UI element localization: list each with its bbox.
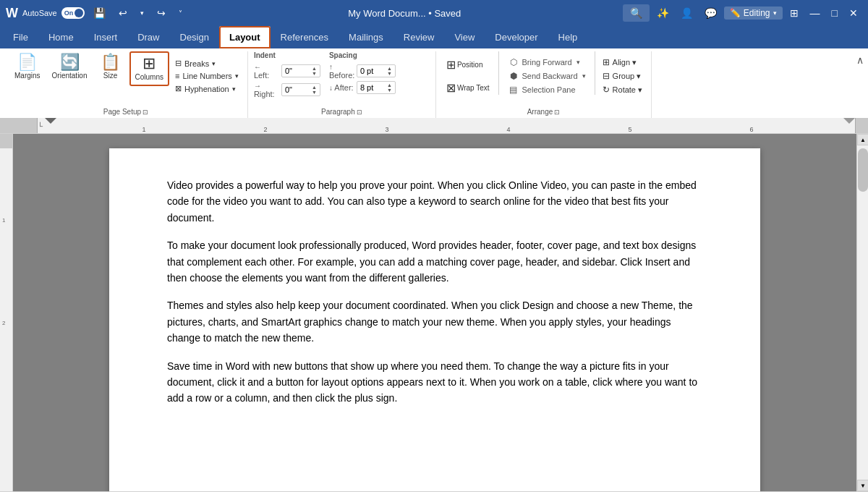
- document-title: My Word Docum... • Saved: [191, 8, 618, 19]
- group-button[interactable]: ⊟ Group ▾: [600, 69, 645, 82]
- ribbon-spacer: [652, 51, 856, 118]
- breaks-button[interactable]: ⊟ Breaks ▾: [172, 57, 242, 69]
- document-area[interactable]: Video provides a powerful way to help yo…: [13, 134, 856, 491]
- indent-marker-top[interactable]: [45, 118, 56, 124]
- collapse-ribbon-button[interactable]: ∧: [856, 54, 864, 66]
- scroll-thumb[interactable]: [858, 148, 868, 192]
- tab-mailings[interactable]: Mailings: [339, 26, 393, 48]
- tab-design[interactable]: Design: [170, 26, 219, 48]
- ruler-mark-2: 2: [263, 126, 267, 133]
- tab-draw[interactable]: Draw: [127, 26, 169, 48]
- send-backward-label: Send Backward: [522, 72, 578, 80]
- indent-left-input[interactable]: ▲ ▼: [281, 64, 320, 77]
- indent-marker-right[interactable]: [843, 118, 855, 124]
- comments-button[interactable]: 💬: [700, 4, 721, 22]
- spacing-before-down[interactable]: ▼: [386, 71, 393, 76]
- v-ruler-top: [0, 134, 12, 148]
- spacing-after-input[interactable]: ▲ ▼: [357, 81, 396, 94]
- ruler-mark-1: 1: [142, 126, 145, 133]
- spacing-before-up[interactable]: ▲: [386, 66, 393, 71]
- columns-button[interactable]: ⊞ Columns: [129, 51, 169, 86]
- tab-insert[interactable]: Insert: [84, 26, 128, 48]
- ruler-tab-button[interactable]: └: [38, 121, 45, 131]
- title-bar-right: 🔍 ✨ 👤 💬 ✏️ Editing ▾ ⊞ — □ ✕: [623, 4, 862, 22]
- scroll-down-button[interactable]: ▼: [857, 480, 868, 491]
- paragraph-expand-icon[interactable]: ⊡: [357, 109, 362, 116]
- customize-qat-button[interactable]: ˅: [174, 7, 187, 20]
- align-button[interactable]: ⊞ Align ▾: [600, 56, 645, 69]
- spacing-before-field[interactable]: [360, 67, 382, 75]
- spacing-after-up[interactable]: ▲: [386, 82, 393, 88]
- hyphenation-button[interactable]: ⊠ Hyphenation ▾: [172, 82, 242, 95]
- page-setup-expand-icon[interactable]: ⊡: [142, 109, 148, 116]
- spacing-before-spinner: ▲ ▼: [386, 66, 393, 76]
- indent-right-input[interactable]: ▲ ▼: [281, 83, 320, 96]
- line-numbers-icon: ≡: [175, 72, 179, 80]
- indent-right-label: → Right:: [254, 81, 278, 98]
- tab-layout[interactable]: Layout: [219, 26, 271, 48]
- orientation-icon: 🔄: [60, 54, 80, 70]
- editing-button[interactable]: ✏️ Editing ▾: [724, 7, 783, 20]
- bring-forward-button[interactable]: ⬡ Bring Forward ▾: [503, 56, 590, 69]
- indent-left-row: ← Left: ▲ ▼: [254, 62, 320, 80]
- tab-help[interactable]: Help: [548, 26, 588, 48]
- ribbon-content: 📄 Margins 🔄 Orientation 📋 Size ⊞ Columns…: [0, 48, 868, 118]
- tab-home[interactable]: Home: [38, 26, 84, 48]
- breaks-arrow: ▾: [212, 60, 216, 67]
- ribbon-toggle-button[interactable]: ⊞: [786, 4, 803, 22]
- autosave-toggle[interactable]: On: [61, 7, 85, 19]
- indent-spacing: Indent ← Left: ▲ ▼: [254, 51, 396, 98]
- selection-pane-button[interactable]: ▤ Selection Pane: [503, 83, 590, 96]
- indent-left-field[interactable]: [285, 67, 307, 75]
- arrange-label: Arrange ⊡: [442, 108, 645, 118]
- spacing-after-field[interactable]: [360, 83, 382, 92]
- rotate-button[interactable]: ↻ Rotate ▾: [600, 83, 645, 96]
- line-numbers-label: Line Numbers: [182, 72, 231, 80]
- close-button[interactable]: ✕: [845, 4, 862, 22]
- bring-forward-label: Bring Forward: [522, 58, 572, 67]
- scroll-track[interactable]: [857, 145, 868, 480]
- tab-view[interactable]: View: [444, 26, 485, 48]
- main-area: 1 2 Video provides a powerful way to hel…: [0, 134, 868, 491]
- group-paragraph: Indent ← Left: ▲ ▼: [248, 51, 436, 118]
- autosave-label: AutoSave: [22, 9, 57, 17]
- maximize-button[interactable]: □: [827, 4, 842, 22]
- margins-button[interactable]: 📄 Margins: [10, 51, 45, 83]
- arrange-expand-icon[interactable]: ⊡: [554, 109, 560, 116]
- share-button[interactable]: 👤: [676, 4, 697, 22]
- page-setup-buttons: 📄 Margins 🔄 Orientation 📋 Size ⊞ Columns…: [10, 51, 242, 106]
- indent-left-down[interactable]: ▼: [310, 71, 318, 76]
- spacing-before-label: ↑ Before:: [329, 62, 354, 80]
- ruler-mark-3: 3: [385, 126, 388, 133]
- paragraph-1: Video provides a powerful way to help yo…: [167, 177, 702, 226]
- spacing-before-input[interactable]: ▲ ▼: [357, 64, 396, 77]
- tab-developer[interactable]: Developer: [485, 26, 548, 48]
- undo-button[interactable]: ↩: [114, 4, 132, 22]
- scroll-up-button[interactable]: ▲: [857, 134, 868, 145]
- save-button[interactable]: 💾: [89, 4, 110, 22]
- indent-right-down[interactable]: ▼: [310, 90, 318, 95]
- size-button[interactable]: 📋 Size: [95, 51, 127, 83]
- indent-right-up[interactable]: ▲: [310, 85, 318, 90]
- paragraph-2: To make your document look professionall…: [167, 237, 702, 286]
- send-backward-button[interactable]: ⬢ Send Backward ▾: [503, 69, 590, 82]
- page-setup-small: ⊟ Breaks ▾ ≡ Line Numbers ▾ ⊠ Hyphenatio…: [172, 51, 242, 101]
- undo-dropdown[interactable]: ▾: [136, 7, 148, 20]
- indent-left-up[interactable]: ▲: [310, 66, 318, 71]
- search-button[interactable]: 🔍: [623, 4, 650, 22]
- vertical-scrollbar[interactable]: ▲ ▼: [856, 134, 868, 491]
- wrap-text-button[interactable]: ⊠ Wrap Text: [442, 77, 494, 99]
- redo-button[interactable]: ↪: [153, 4, 170, 22]
- tab-file[interactable]: File: [3, 26, 38, 48]
- indent-right-field[interactable]: [285, 85, 307, 94]
- tab-references[interactable]: References: [271, 26, 339, 48]
- line-numbers-button[interactable]: ≡ Line Numbers ▾: [172, 70, 242, 82]
- orientation-button[interactable]: 🔄 Orientation: [48, 51, 92, 83]
- spacing-after-down[interactable]: ▼: [386, 88, 393, 93]
- copilot-button[interactable]: ✨: [652, 4, 673, 22]
- arrange-content: ⊞ Position ⊠ Wrap Text ⬡ Bring Forward: [442, 51, 645, 106]
- position-button[interactable]: ⊞ Position: [442, 54, 494, 76]
- minimize-button[interactable]: —: [806, 4, 825, 22]
- align-group-btns: ⊞ Align ▾ ⊟ Group ▾ ↻ Rotate ▾: [600, 51, 645, 101]
- tab-review[interactable]: Review: [393, 26, 445, 48]
